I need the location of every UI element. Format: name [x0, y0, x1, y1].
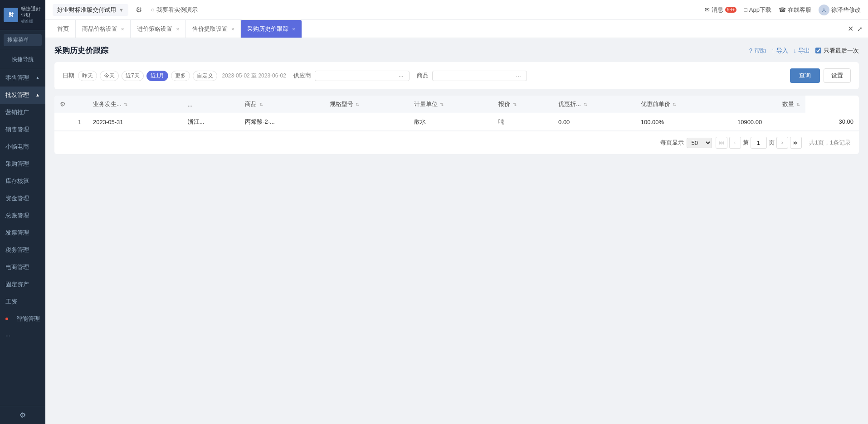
sidebar-item-ai[interactable]: 智能管理 [0, 310, 45, 328]
supplier-more-icon[interactable]: ··· [397, 72, 405, 79]
last-page-button[interactable]: ⏭ [790, 137, 802, 149]
tab-sale-price-label: 售价提取设置 [192, 25, 228, 33]
sidebar-item-retail[interactable]: 零售管理 ▲ [0, 69, 45, 87]
first-page-button[interactable]: ⏮ [716, 137, 727, 149]
table-header-row: ⚙ 业务发生... ⇅ ... 商品 ⇅ [54, 96, 859, 113]
demo-button[interactable]: ○ 我要看实例演示 [151, 6, 198, 14]
next-page-button[interactable]: › [776, 137, 788, 149]
sidebar-item-ecommerce-small[interactable]: 小畅电商 [0, 138, 45, 155]
page-content: 采购历史价跟踪 ? 帮助 ↑ 导入 ↓ 导出 只看最后一次 [45, 38, 868, 424]
tab-home[interactable]: 首页 [51, 20, 76, 38]
date-1month-btn[interactable]: 近1月 [146, 71, 169, 81]
sidebar-item-wholesale-label: 批发管理 [5, 91, 29, 99]
online-service-button[interactable]: ☎ 在线客服 [779, 6, 811, 14]
sidebar-item-finance[interactable]: 资金管理 [0, 190, 45, 207]
tab-strategy[interactable]: 进价策略设置 × [131, 20, 185, 38]
per-page-select[interactable]: 50 10 20 100 [687, 138, 712, 148]
filter-settings-button[interactable]: 设置 [824, 68, 851, 83]
close-tab-icon[interactable]: ✕ [848, 24, 853, 33]
export-button[interactable]: ↓ 导出 [794, 47, 810, 55]
sidebar-item-salary[interactable]: 工资 [0, 293, 45, 310]
date-today-btn[interactable]: 今天 [100, 71, 119, 81]
product-more-icon[interactable]: ··· [514, 72, 523, 79]
col-quantity-header[interactable]: 数量 ⇅ [732, 96, 806, 113]
col-discount-sort-icon[interactable]: ⇅ [584, 102, 587, 107]
col-date-sort-icon[interactable]: ⇅ [124, 102, 127, 107]
main-area: 好业财标准版交付试用 ▼ ⚙ ○ 我要看实例演示 ✉ 消息 99+ □ App下… [45, 0, 868, 424]
tab-purchase-history-close-icon[interactable]: × [292, 26, 295, 32]
row-supplier: 浙江... [188, 118, 205, 125]
col-product-sort-icon[interactable]: ⇅ [259, 102, 263, 107]
tab-purchase-history[interactable]: 采购历史价跟踪 × [241, 20, 302, 38]
prev-page-button[interactable]: ‹ [729, 137, 741, 149]
import-label: 导入 [776, 47, 788, 55]
user-button[interactable]: 人 徐泽华修改 [819, 5, 861, 15]
col-unit-header[interactable]: 计量单位 ⇅ [409, 96, 493, 113]
quick-nav-item[interactable]: 快捷导航 [0, 52, 45, 67]
sidebar-item-more[interactable]: ··· [0, 328, 45, 343]
expand-icon[interactable]: ⤢ [857, 25, 863, 33]
sidebar-item-tax[interactable]: 税务管理 [0, 241, 45, 259]
date-custom-btn[interactable]: 自定义 [193, 71, 217, 81]
sidebar-item-invoice[interactable]: 发票管理 [0, 224, 45, 241]
page-number-input[interactable] [751, 137, 767, 149]
sidebar-quick-nav[interactable]: 快捷导航 [0, 50, 45, 69]
date-more-btn[interactable]: 更多 [171, 71, 190, 81]
col-num-header [71, 96, 88, 113]
col-discount-price-sort-icon[interactable]: ⇅ [673, 102, 676, 107]
sidebar-item-assets[interactable]: 固定资产 [0, 276, 45, 293]
sidebar-item-inventory[interactable]: 库存核算 [0, 173, 45, 190]
query-button[interactable]: 查询 [790, 68, 820, 83]
settings-gear-icon[interactable]: ⚙ [20, 411, 26, 419]
sidebar-item-wholesale[interactable]: 批发管理 ▲ [0, 87, 45, 104]
sidebar-item-purchase-label: 采购管理 [5, 160, 29, 168]
tab-price[interactable]: 商品价格设置 × [76, 20, 131, 38]
topbar-gear-icon[interactable]: ⚙ [136, 5, 142, 14]
company-selector[interactable]: 好业财标准版交付试用 ▼ [53, 4, 128, 16]
wholesale-arrow-icon: ▲ [35, 92, 40, 97]
row-unit-cell: 散水 [409, 113, 493, 131]
tab-sale-price[interactable]: 售价提取设置 × [186, 20, 241, 38]
col-date-header[interactable]: 业务发生... ⇅ [88, 96, 182, 113]
col-discount-price-header[interactable]: 优惠前单价 ⇅ [635, 96, 732, 113]
last-only-checkbox[interactable] [815, 48, 821, 53]
message-button[interactable]: ✉ 消息 99+ [705, 6, 736, 14]
col-quantity-sort-icon[interactable]: ⇅ [796, 102, 800, 107]
sidebar-menu: 零售管理 ▲ 批发管理 ▲ 营销推广 销售管理 小畅电商 采购管理 库存核算 资… [0, 69, 45, 406]
col-discount-label: 优惠折... [558, 101, 581, 107]
import-icon: ↑ [771, 47, 775, 54]
table-gear-icon[interactable]: ⚙ [60, 101, 66, 108]
date-7days-btn[interactable]: 近7天 [122, 71, 144, 81]
sidebar-search[interactable]: 搜索菜单 [0, 30, 45, 50]
filter-row: 日期 昨天 今天 近7天 近1月 更多 自定义 2023-05-02 至 202… [63, 68, 851, 83]
sidebar-item-marketing[interactable]: 营销推广 [0, 104, 45, 121]
col-more-header[interactable]: ... [182, 96, 239, 113]
product-input[interactable] [436, 72, 512, 79]
date-range-display: 2023-05-02 至 2023-06-02 [222, 72, 286, 80]
sidebar-item-sales[interactable]: 销售管理 [0, 121, 45, 138]
col-discount-header[interactable]: 优惠折... ⇅ [553, 96, 635, 113]
supplier-input[interactable] [319, 72, 395, 79]
message-icon: ✉ [705, 6, 710, 13]
tab-price-close-icon[interactable]: × [121, 26, 124, 32]
col-spec-sort-icon[interactable]: ⇅ [356, 102, 359, 107]
col-price-sort-icon[interactable]: ⇅ [513, 102, 517, 107]
import-button[interactable]: ↑ 导入 [771, 47, 788, 55]
col-spec-header[interactable]: 规格型号 ⇅ [324, 96, 409, 113]
tab-sale-price-close-icon[interactable]: × [231, 26, 234, 32]
tab-strategy-close-icon[interactable]: × [176, 26, 179, 32]
help-icon: ? [749, 47, 752, 54]
col-unit-sort-icon[interactable]: ⇅ [440, 102, 444, 107]
help-button[interactable]: ? 帮助 [749, 47, 766, 55]
search-menu-button[interactable]: 搜索菜单 [4, 34, 42, 46]
sidebar-item-ecommerce[interactable]: 电商管理 [0, 259, 45, 276]
date-yesterday-btn[interactable]: 昨天 [78, 71, 97, 81]
sidebar-item-accounting[interactable]: 总账管理 [0, 207, 45, 224]
col-product-header[interactable]: 商品 ⇅ [239, 96, 324, 113]
last-only-toggle[interactable]: 只看最后一次 [815, 47, 859, 55]
data-table-wrap: ⚙ 业务发生... ⇅ ... 商品 ⇅ [54, 96, 859, 154]
sidebar-item-finance-label: 资金管理 [5, 194, 29, 202]
col-price-header[interactable]: 报价 ⇅ [493, 96, 553, 113]
sidebar-item-purchase[interactable]: 采购管理 [0, 155, 45, 173]
app-download-button[interactable]: □ App下载 [744, 6, 771, 14]
